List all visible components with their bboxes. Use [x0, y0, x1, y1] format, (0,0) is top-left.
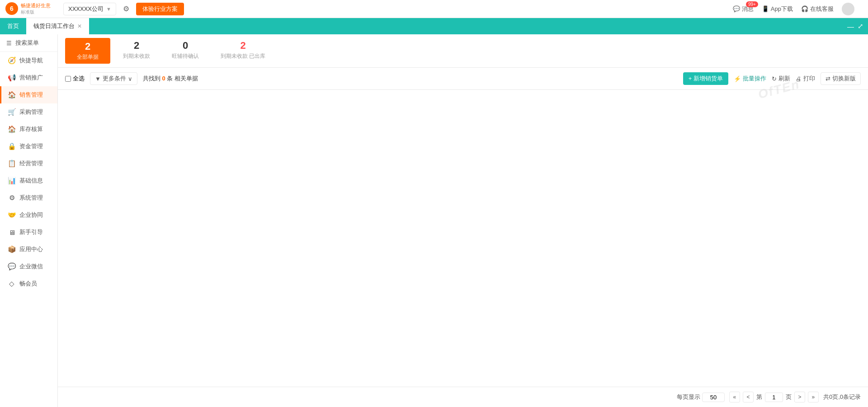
- per-page-label: 每页显示: [677, 393, 700, 401]
- stat-shipped-number: 2: [241, 40, 246, 51]
- stat-all-label: 全部单据: [77, 53, 99, 61]
- toolbar-right: + 新增销货单 ⚡ 批量操作 ↻ 刷新 🖨 打印 ⇄ 切换新版: [683, 72, 861, 85]
- enterprise-icon: 🤝: [8, 211, 16, 219]
- first-page-button[interactable]: «: [729, 392, 740, 402]
- more-filters-button[interactable]: ▼ 更多条件 ∨: [90, 72, 137, 85]
- page-unit: 页: [786, 393, 792, 401]
- logo-badge: 标准版: [21, 9, 51, 15]
- toolbar: 全选 ▼ 更多条件 ∨ 共找到 0 条 相关单据 + 新增销货单 ⚡: [58, 68, 868, 90]
- sidebar-item-purchase[interactable]: 🛒 采购管理: [0, 103, 57, 121]
- sidebar-item-nav[interactable]: 🧭 快捷导航: [0, 52, 57, 69]
- print-label: 打印: [803, 75, 815, 83]
- purchase-icon: 🛒: [8, 108, 16, 116]
- online-service-label: 在线客服: [810, 5, 834, 13]
- tab-nav-actions: — ⤢: [847, 22, 868, 30]
- sidebar-label-newbie: 新手引导: [19, 228, 43, 236]
- sidebar-item-inventory[interactable]: 🏠 库存核算: [0, 121, 57, 138]
- found-prefix: 共找到: [143, 75, 160, 82]
- sidebar-item-apps[interactable]: 📦 应用中心: [0, 241, 57, 258]
- tab-minimize-button[interactable]: —: [847, 23, 854, 30]
- sidebar-label-system: 系统管理: [19, 194, 43, 202]
- avatar[interactable]: [842, 3, 854, 15]
- prev-page-button[interactable]: <: [743, 392, 754, 402]
- sidebar-item-system[interactable]: ⚙ 系统管理: [0, 189, 57, 206]
- tab-maximize-button[interactable]: ⤢: [858, 22, 863, 30]
- marketing-icon: 📢: [8, 74, 16, 82]
- tab-nav: 首页 钱货日清工作台 ✕ — ⤢: [0, 18, 868, 34]
- next-page-button[interactable]: >: [794, 392, 805, 402]
- new-order-button[interactable]: + 新增销货单: [683, 72, 728, 85]
- tab-close-icon[interactable]: ✕: [77, 23, 82, 29]
- content-area: 2 全部单据 2 到期未收款 0 旺辅待确认 2 到期未收款 已出库 全选: [58, 34, 868, 407]
- sidebar-item-operations[interactable]: 📋 经营管理: [0, 155, 57, 172]
- search-menu-item[interactable]: ☰ 搜索菜单: [0, 34, 57, 52]
- tab-workbench[interactable]: 钱货日清工作台 ✕: [26, 18, 89, 34]
- top-header: 6 畅捷通好生意 标准版 XXXXXX公司 ▼ ⚙ 体验行业方案 💬 消息 99…: [0, 0, 868, 18]
- search-menu-label: 搜索菜单: [15, 39, 39, 47]
- sidebar-label-purchase: 采购管理: [19, 108, 43, 116]
- sidebar-label-nav: 快捷导航: [19, 56, 43, 65]
- select-all-checkbox[interactable]: 全选: [65, 75, 85, 83]
- search-icon: ☰: [6, 40, 12, 47]
- stat-tab-pending[interactable]: 0 旺辅待确认: [161, 34, 210, 67]
- sidebar-item-finance[interactable]: 🔒 资金管理: [0, 138, 57, 155]
- refresh-label: 刷新: [778, 75, 790, 83]
- batch-ops-button[interactable]: ⚡ 批量操作: [734, 75, 766, 83]
- sidebar: ☰ 搜索菜单 🧭 快捷导航 📢 营销推广 🏠 销售管理 🛒 采购管理 🏠 库存核…: [0, 34, 58, 407]
- sidebar-item-wechat[interactable]: 💬 企业微信: [0, 258, 57, 275]
- member-icon: ◇: [8, 280, 16, 288]
- logo-text-area: 畅捷通好生意 标准版: [21, 2, 51, 15]
- sidebar-label-operations: 经营管理: [19, 159, 43, 168]
- current-page-input[interactable]: [765, 393, 783, 402]
- message-item[interactable]: 💬 消息 99+: [733, 5, 754, 13]
- sidebar-label-enterprise: 企业协同: [19, 211, 43, 219]
- table-area: [58, 90, 868, 387]
- stat-tab-shipped[interactable]: 2 到期未收款 已出库: [210, 34, 276, 67]
- operations-icon: 📋: [8, 159, 16, 168]
- sidebar-item-sales[interactable]: 🏠 销售管理: [0, 86, 57, 103]
- found-suffix: 相关单据: [175, 75, 198, 82]
- total-info: 共0页,0条记录: [823, 393, 861, 401]
- header-right: 💬 消息 99+ 📱 App下载 🎧 在线客服: [733, 3, 863, 15]
- last-page-button[interactable]: »: [808, 392, 819, 402]
- switch-label: 切换新版: [832, 75, 856, 83]
- stat-pending-number: 0: [183, 40, 188, 51]
- logo-icon: 6: [5, 2, 18, 15]
- filter-icon: ▼: [95, 75, 101, 82]
- toolbar-left: 全选 ▼ 更多条件 ∨ 共找到 0 条 相关单据: [65, 72, 678, 85]
- sidebar-label-finance: 资金管理: [19, 142, 43, 150]
- sidebar-label-marketing: 营销推广: [19, 74, 43, 82]
- download-icon: 📱: [762, 5, 769, 12]
- found-unit: 条: [167, 75, 173, 82]
- page-nav: « < 第 页 > »: [729, 392, 819, 402]
- stat-pending-label: 旺辅待确认: [172, 52, 199, 60]
- page-label-first: 第: [756, 393, 762, 401]
- switch-version-button[interactable]: ⇄ 切换新版: [821, 72, 861, 85]
- per-page-input[interactable]: [702, 393, 725, 402]
- tab-workbench-label: 钱货日清工作台: [33, 22, 75, 30]
- newbie-icon: 🖥: [8, 228, 16, 236]
- refresh-button[interactable]: ↻ 刷新: [772, 75, 790, 83]
- print-button[interactable]: 🖨 打印: [796, 75, 815, 83]
- sidebar-label-basic-info: 基础信息: [19, 177, 43, 185]
- select-all-label: 全选: [73, 75, 85, 83]
- sidebar-item-basic-info[interactable]: 📊 基础信息: [0, 172, 57, 189]
- sidebar-item-member[interactable]: ◇ 畅会员: [0, 275, 57, 292]
- sidebar-item-marketing[interactable]: 📢 营销推广: [0, 69, 57, 86]
- stat-tab-overdue[interactable]: 2 到期未收款: [112, 34, 161, 67]
- online-service-item[interactable]: 🎧 在线客服: [801, 5, 834, 13]
- stat-overdue-label: 到期未收款: [123, 52, 150, 60]
- settings-icon[interactable]: ⚙: [120, 3, 132, 15]
- sidebar-item-newbie[interactable]: 🖥 新手引导: [0, 224, 57, 241]
- trial-button[interactable]: 体验行业方案: [136, 3, 184, 15]
- pagination: 每页显示 « < 第 页 > » 共0页,0条记录: [58, 387, 868, 407]
- tab-home[interactable]: 首页: [0, 18, 26, 34]
- inventory-icon: 🏠: [8, 125, 16, 133]
- company-selector[interactable]: XXXXXX公司 ▼: [63, 3, 116, 15]
- stat-tab-all[interactable]: 2 全部单据: [65, 38, 110, 64]
- app-download-item[interactable]: 📱 App下载: [762, 5, 793, 13]
- wechat-icon: 💬: [8, 262, 16, 271]
- select-all-input[interactable]: [65, 76, 71, 82]
- chevron-down-icon: ∨: [128, 75, 132, 82]
- sidebar-item-enterprise[interactable]: 🤝 企业协同: [0, 206, 57, 224]
